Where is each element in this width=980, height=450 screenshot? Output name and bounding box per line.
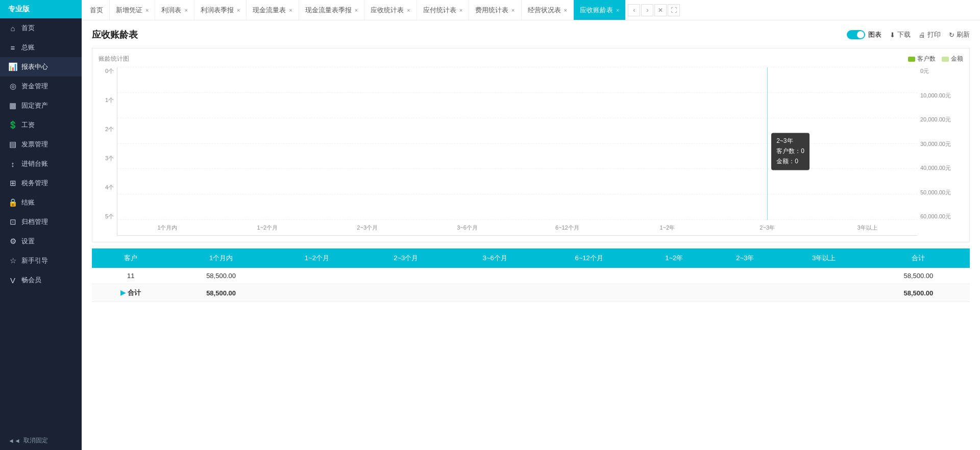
tab-next-button[interactable]: › xyxy=(641,4,653,16)
sidebar-item-member[interactable]: V 畅会员 xyxy=(0,270,82,290)
table-total-cell: 58,500.00 xyxy=(170,284,273,302)
table-total-row: ▶合计58,500.0058,500.00 xyxy=(92,284,970,302)
table-header-cell: 2~3年 xyxy=(709,248,780,268)
table-total-cell xyxy=(639,284,709,302)
sidebar-item-report[interactable]: 📊 报表中心 xyxy=(0,57,82,77)
tab-biz-status[interactable]: 经营状况表 × xyxy=(522,0,574,20)
sidebar-label-stock: 进销台账 xyxy=(21,159,48,168)
tab-home[interactable]: 首页 xyxy=(84,0,110,20)
tab-biz-status-close[interactable]: × xyxy=(564,7,567,13)
sidebar-item-tax[interactable]: ⊞ 税务管理 xyxy=(0,173,82,193)
legend-customer: 客户数 xyxy=(908,55,936,63)
sidebar-item-archive[interactable]: ⊡ 归档管理 xyxy=(0,212,82,232)
tab-cashflow-season[interactable]: 现金流量表季报 × xyxy=(299,0,364,20)
refresh-button[interactable]: ↻ 刷新 xyxy=(949,30,970,39)
tab-cashflow-close[interactable]: × xyxy=(289,7,292,13)
table-header-cell: 6~12个月 xyxy=(540,248,639,268)
tab-prev-button[interactable]: ‹ xyxy=(628,4,640,16)
sidebar-item-stock[interactable]: ↕ 进销台账 xyxy=(0,154,82,173)
stock-icon: ↕ xyxy=(8,160,17,168)
y-axis-right: 60,000.00元50,000.00元40,000.00元30,000.00元… xyxy=(917,67,963,236)
x-label: 3年以上 xyxy=(817,220,917,235)
sidebar-unpin[interactable]: ◄◄ 取消固定 xyxy=(0,431,82,450)
tab-close-button[interactable]: ✕ xyxy=(654,4,667,16)
settings-icon: ⚙ xyxy=(8,237,17,246)
print-icon: 🖨 xyxy=(919,31,925,39)
y-axis-left: 5个4个3个2个1个0个 xyxy=(99,67,117,236)
table-total-cell xyxy=(780,284,867,302)
tab-receivable-stat-close[interactable]: × xyxy=(407,7,410,13)
download-button[interactable]: ⬇ 下载 xyxy=(890,30,911,39)
table-header-cell: 3年以上 xyxy=(780,248,867,268)
tab-cashflow[interactable]: 现金流量表 × xyxy=(247,0,299,20)
tab-expense-stat-close[interactable]: × xyxy=(511,7,514,13)
table-total-cell xyxy=(451,284,540,302)
sidebar-label-salary: 工资 xyxy=(21,120,35,130)
print-button[interactable]: 🖨 打印 xyxy=(919,30,941,39)
y-left-label: 2个 xyxy=(99,126,114,133)
y-right-label: 0元 xyxy=(920,67,963,75)
tab-voucher[interactable]: 新增凭证 × xyxy=(110,0,155,20)
sidebar-item-invoice[interactable]: ▤ 发票管理 xyxy=(0,135,82,154)
tab-controls: ‹ › ✕ ⛶ xyxy=(628,4,680,16)
bars-wrapper xyxy=(117,67,917,220)
chart-toggle[interactable] xyxy=(847,30,865,39)
legend-customer-label: 客户数 xyxy=(917,55,936,63)
tab-bar: 首页 新增凭证 × 利润表 × 利润表季报 × 现金流量表 × 现金流量表季报 … xyxy=(82,0,980,20)
tab-receivable-stat[interactable]: 应收统计表 × xyxy=(364,0,416,20)
table-cell xyxy=(709,268,780,284)
tab-payable-stat[interactable]: 应付统计表 × xyxy=(417,0,469,20)
y-right-label: 20,000.00元 xyxy=(920,116,963,123)
page-title: 应收账龄表 xyxy=(92,29,138,41)
total-icon: ▶ xyxy=(120,289,126,296)
tab-ar-aging-close[interactable]: × xyxy=(616,7,619,13)
legend-amount: 金额 xyxy=(942,55,963,63)
x-label: 6~12个月 xyxy=(518,220,618,235)
sidebar-item-settings[interactable]: ⚙ 设置 xyxy=(0,232,82,251)
ledger-icon: ≡ xyxy=(8,43,17,52)
chart-legend: 客户数 金额 xyxy=(908,55,963,63)
tab-voucher-close[interactable]: × xyxy=(145,7,149,13)
tab-expand-button[interactable]: ⛶ xyxy=(668,4,680,16)
tab-cashflow-season-close[interactable]: × xyxy=(355,7,358,13)
table-row: 1158,500.0058,500.00 xyxy=(92,268,970,284)
table-total-cell: ▶合计 xyxy=(92,284,170,302)
tab-profit[interactable]: 利润表 × xyxy=(155,0,194,20)
refresh-label: 刷新 xyxy=(957,30,970,39)
sidebar-item-ledger[interactable]: ≡ 总账 xyxy=(0,38,82,57)
sidebar-label-tax: 税务管理 xyxy=(21,179,48,188)
sidebar-item-salary[interactable]: 💲 工资 xyxy=(0,115,82,135)
chart-container: 账龄统计图 客户数 金额 5个4个3个2个1个0个 xyxy=(92,48,970,242)
chart-title: 账龄统计图 xyxy=(99,55,963,63)
table-header-cell: 合计 xyxy=(867,248,970,268)
table-header-cell: 2~3个月 xyxy=(361,248,450,268)
table-cell xyxy=(451,268,540,284)
tab-profit-season[interactable]: 利润表季报 × xyxy=(194,0,247,20)
sidebar-item-guide[interactable]: ☆ 新手引导 xyxy=(0,251,82,270)
tab-profit-close[interactable]: × xyxy=(184,7,187,13)
guide-icon: ☆ xyxy=(8,256,17,265)
y-left-label: 1个 xyxy=(99,96,114,104)
page-actions: 图表 ⬇ 下载 🖨 打印 ↻ 刷新 xyxy=(847,30,970,39)
tab-payable-stat-label: 应付统计表 xyxy=(423,6,456,15)
x-label: 3~6个月 xyxy=(418,220,518,235)
main-area: 首页 新增凭证 × 利润表 × 利润表季报 × 现金流量表 × 现金流量表季报 … xyxy=(82,0,980,450)
legend-amount-dot xyxy=(942,57,949,62)
x-label: 1~2年 xyxy=(617,220,717,235)
tax-icon: ⊞ xyxy=(8,179,17,188)
cursor-line xyxy=(767,67,768,220)
table-cell: 58,500.00 xyxy=(867,268,970,284)
sidebar-item-home[interactable]: ⌂ 首页 xyxy=(0,18,82,38)
tab-profit-season-close[interactable]: × xyxy=(237,7,240,13)
tab-ar-aging[interactable]: 应收账龄表 × xyxy=(574,0,626,20)
tab-cashflow-season-label: 现金流量表季报 xyxy=(305,6,352,15)
sidebar-item-fund[interactable]: ◎ 资金管理 xyxy=(0,77,82,96)
tab-payable-stat-close[interactable]: × xyxy=(459,7,462,13)
sidebar-item-asset[interactable]: ▦ 固定资产 xyxy=(0,96,82,115)
table-header-cell: 客户 xyxy=(92,248,170,268)
tab-expense-stat[interactable]: 费用统计表 × xyxy=(469,0,521,20)
sidebar-label-home: 首页 xyxy=(21,23,35,33)
y-right-label: 60,000.00元 xyxy=(920,213,963,220)
close-accounts-icon: 🔒 xyxy=(8,198,17,207)
sidebar-item-close[interactable]: 🔒 结账 xyxy=(0,193,82,212)
